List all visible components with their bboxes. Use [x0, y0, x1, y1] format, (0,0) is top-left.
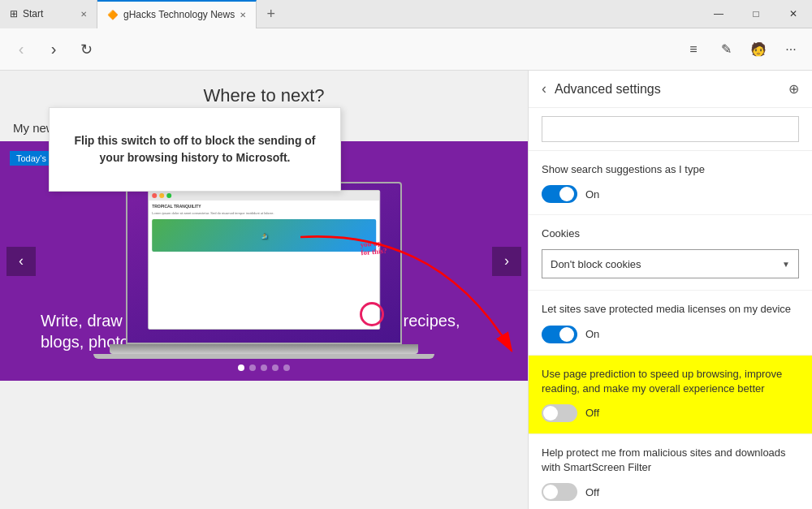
title-bar: ⊞ Start ✕ 🔶 gHacks Technology News ✕ + —… [0, 0, 812, 28]
refresh-icon: ↻ [80, 41, 93, 58]
search-engine-field[interactable] [542, 116, 799, 142]
cookies-label: Cookies [542, 226, 799, 241]
more-icon: ··· [785, 42, 796, 57]
web-note-button[interactable]: ✎ [711, 35, 741, 64]
settings-panel: ‹ Advanced settings ⊕ Show search sugges… [528, 71, 812, 509]
setting-media-licenses: Let sites save protected media licenses … [529, 291, 812, 355]
page-prediction-toggle[interactable] [542, 404, 577, 422]
setting-search-suggestions: Show search suggestions as I type On [529, 151, 812, 215]
web-note-icon: ✎ [721, 41, 732, 57]
settings-back-button[interactable]: ‹ [542, 80, 546, 97]
setting-item-top [529, 108, 812, 151]
settings-header: ‹ Advanced settings ⊕ [529, 71, 812, 108]
setting-page-prediction: Use page prediction to speed up browsing… [529, 356, 812, 434]
window-controls: — □ ✕ [700, 0, 812, 28]
dot-3[interactable] [261, 364, 267, 371]
start-icon: ⊞ [10, 8, 18, 19]
toggle-thumb-5 [543, 485, 558, 499]
arrow-svg [276, 221, 528, 383]
tab-start-close[interactable]: ✕ [80, 10, 87, 19]
browser-content: Where to next? Flip this switch to off t… [0, 71, 528, 509]
setting-smartscreen: Help protect me from malicious sites and… [529, 434, 812, 509]
setting-cookies: Cookies Don't block cookies ▼ [529, 215, 812, 291]
search-suggestions-toggle[interactable] [542, 185, 577, 203]
dot-2[interactable] [249, 364, 256, 371]
more-button[interactable]: ··· [776, 35, 806, 64]
toggle-thumb-1 [559, 187, 574, 201]
cookies-dropdown[interactable]: Don't block cookies ▼ [542, 249, 799, 278]
smartscreen-label: Help protect me from malicious sites and… [542, 446, 799, 475]
settings-pin-button[interactable]: ⊕ [788, 81, 799, 97]
red-arrow [276, 221, 528, 386]
media-licenses-toggle-text: On [585, 328, 599, 340]
media-licenses-toggle-row: On [542, 326, 799, 343]
tooltip-popup: Flip this switch to off to block the sen… [49, 107, 341, 192]
hub-icon: ≡ [689, 42, 697, 57]
toggle-track-4 [542, 404, 577, 422]
page-prediction-label: Use page prediction to speed up browsing… [542, 367, 799, 396]
cookies-value: Don't block cookies [551, 258, 641, 270]
forward-button[interactable]: › [39, 35, 68, 64]
tooltip-text: Flip this switch to off to block the sen… [74, 132, 316, 166]
toggle-thumb-3 [559, 327, 574, 342]
page-prediction-toggle-row: Off [542, 404, 799, 422]
tab-ghacks-close[interactable]: ✕ [240, 11, 246, 19]
settings-body: Show search suggestions as I type On Coo… [529, 108, 812, 509]
back-button[interactable]: ‹ [6, 35, 36, 64]
smartscreen-toggle-row: Off [542, 483, 799, 501]
maximize-button[interactable]: □ [737, 0, 775, 28]
settings-title: Advanced settings [555, 82, 661, 97]
toggle-track-5 [542, 483, 577, 501]
nav-right-icons: ≡ ✎ 🧑 ··· [679, 35, 806, 64]
smartscreen-toggle[interactable] [542, 483, 577, 501]
dot-1[interactable] [238, 364, 244, 371]
media-licenses-label: Let sites save protected media licenses … [542, 302, 799, 317]
page-prediction-toggle-text: Off [585, 407, 599, 419]
ghacks-favicon: 🔶 [107, 10, 119, 20]
refresh-button[interactable]: ↻ [71, 35, 101, 64]
profile-button[interactable]: 🧑 [744, 35, 773, 64]
carousel-prev-button[interactable]: ‹ [6, 247, 36, 276]
search-suggestions-toggle-text: On [585, 188, 599, 201]
back-icon: ‹ [19, 40, 24, 58]
dropdown-arrow-icon: ▼ [782, 260, 790, 269]
toggle-track-1 [542, 185, 577, 203]
tab-start[interactable]: ⊞ Start ✕ [0, 0, 97, 28]
minimize-button[interactable]: — [700, 0, 737, 28]
tab-ghacks[interactable]: 🔶 gHacks Technology News ✕ [97, 0, 257, 28]
search-suggestions-toggle-row: On [542, 185, 799, 203]
main-area: Where to next? Flip this switch to off t… [0, 71, 812, 509]
smartscreen-toggle-text: Off [585, 486, 599, 498]
toggle-track-3 [542, 326, 577, 343]
media-licenses-toggle[interactable] [542, 326, 577, 343]
new-tab-button[interactable]: + [257, 0, 285, 28]
toggle-thumb-4 [543, 406, 558, 421]
tab-ghacks-label: gHacks Technology News [123, 9, 235, 20]
close-button[interactable]: ✕ [775, 0, 812, 28]
profile-icon: 🧑 [750, 41, 767, 57]
search-suggestions-label: Show search suggestions as I type [542, 162, 799, 177]
hub-button[interactable]: ≡ [679, 35, 708, 64]
forward-icon: › [51, 40, 57, 58]
tab-start-label: Start [23, 8, 43, 19]
nav-bar: ‹ › ↻ ≡ ✎ 🧑 ··· [0, 28, 812, 71]
